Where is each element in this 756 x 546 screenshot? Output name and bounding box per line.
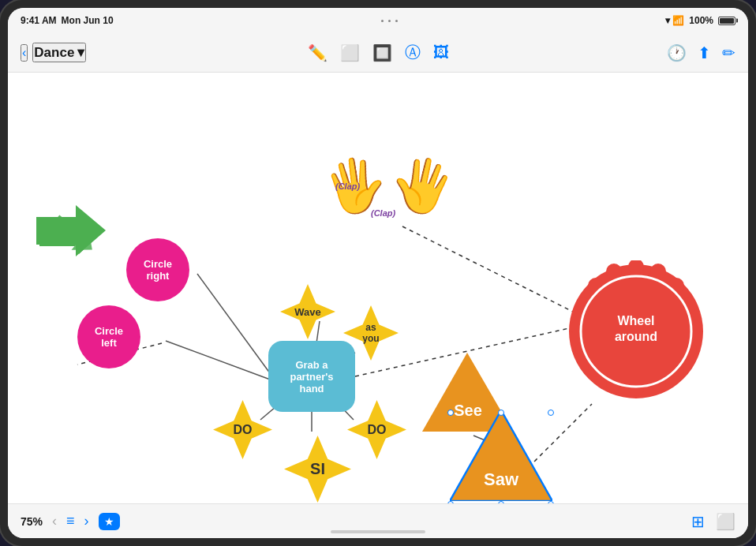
si-label: SI (310, 460, 325, 478)
do-right-label: DO (368, 423, 387, 437)
time-display: 9:41 AM (21, 15, 57, 26)
wave-shape[interactable]: Wave (280, 284, 335, 339)
do-left-shape[interactable]: DO (213, 400, 272, 459)
do-left-label: DO (234, 423, 253, 437)
document-title: Dance (34, 45, 74, 61)
pencil-tool-icon[interactable]: ✏️ (308, 43, 327, 62)
dropdown-icon: ▾ (77, 44, 84, 61)
do-right-shape[interactable]: DO (347, 400, 406, 459)
back-icon: ‹ (22, 46, 26, 60)
battery-display: 100% (689, 15, 713, 26)
as-you-label: asyou (362, 322, 379, 344)
bottom-right-controls: ⊞ ⬜ (691, 512, 735, 531)
status-bar: 9:41 AM Mon Jun 10 ▾ 📶 100% (8, 8, 748, 33)
nav-prev-button[interactable]: ‹ (49, 510, 60, 533)
toolbar-right: 🕐 ⬆ ✏ (560, 43, 736, 62)
status-right: ▾ 📶 100% (665, 15, 735, 26)
center-hub-shape[interactable]: Grab apartner'shand (268, 341, 355, 412)
wave-label: Wave (294, 306, 320, 318)
history-icon[interactable]: 🕐 (667, 43, 687, 62)
clap-label-1: (Clap) (335, 181, 360, 191)
document-title-button[interactable]: Dance ▾ (32, 43, 86, 62)
selection-handle-bl[interactable] (447, 501, 454, 503)
status-left: 9:41 AM Mon Jun 10 (21, 15, 114, 26)
svg-text:Wheel: Wheel (617, 314, 654, 327)
date-display: Mon Jun 10 (62, 15, 114, 26)
svg-marker-15 (36, 205, 106, 256)
center-hub-label: Grab apartner'shand (290, 359, 333, 395)
home-indicator (331, 530, 425, 533)
circle-left-label: Circleleft (95, 325, 123, 349)
svg-text:around: around (615, 330, 657, 343)
back-button[interactable]: ‹ (21, 44, 28, 62)
bottom-left-controls: 75% ‹ ≡ › ★ (21, 510, 120, 533)
svg-line-9 (402, 226, 576, 313)
ipad-frame: 9:41 AM Mon Jun 10 ▾ 📶 100% ‹ Dance ▾ (0, 0, 756, 546)
circle-right-label: Circleright (144, 258, 172, 282)
toolbar-left: ‹ Dance ▾ (21, 43, 196, 62)
si-shape[interactable]: SI (284, 436, 351, 503)
wifi-icon: ▾ 📶 (665, 15, 684, 26)
edit-icon[interactable]: ✏ (722, 43, 735, 62)
shapes-tool-icon[interactable]: 🔲 (372, 43, 392, 62)
battery-icon (718, 17, 735, 25)
zoom-level: 75% (21, 515, 43, 528)
text-tool-icon[interactable]: Ⓐ (405, 42, 421, 63)
arrange-icon[interactable]: ⊞ (691, 512, 705, 531)
status-center (381, 20, 398, 22)
hand-right-icon: 🖐 (384, 148, 462, 223)
image-tool-icon[interactable]: 🖼 (433, 43, 449, 62)
favorite-button[interactable]: ★ (99, 513, 120, 530)
list-view-button[interactable]: ≡ (66, 513, 75, 529)
nav-next-button[interactable]: › (81, 510, 92, 533)
clap-label-2: (Clap) (371, 208, 395, 218)
share-icon[interactable]: ⬆ (698, 43, 711, 62)
svg-line-5 (197, 274, 272, 376)
toolbar: ‹ Dance ▾ ✏️ ⬜ 🔲 Ⓐ 🖼 🕐 ⬆ ✏ (8, 33, 748, 73)
svg-text:Saw: Saw (484, 469, 519, 489)
selection-handle-br[interactable] (548, 501, 554, 503)
ipad-screen: 9:41 AM Mon Jun 10 ▾ 📶 100% ‹ Dance ▾ (8, 8, 748, 538)
svg-point-32 (606, 264, 622, 279)
fullscreen-icon[interactable]: ⬜ (716, 512, 735, 531)
canvas[interactable]: Circleright Circleleft Grab apartner'sha… (8, 73, 748, 503)
svg-point-18 (650, 264, 666, 279)
wheel-around-svg[interactable]: Wheel around (565, 260, 707, 402)
toolbar-center: ✏️ ⬜ 🔲 Ⓐ 🖼 (203, 42, 554, 63)
selection-handle-tl[interactable] (447, 410, 454, 416)
svg-line-6 (166, 341, 272, 380)
circle-right-shape[interactable]: Circleright (126, 238, 189, 301)
bottom-bar: 75% ‹ ≡ › ★ ⊞ ⬜ (8, 503, 748, 538)
select-tool-icon[interactable]: ⬜ (340, 43, 360, 62)
selection-handle-tm[interactable] (498, 410, 504, 416)
selection-handle-tr[interactable] (548, 410, 554, 416)
circle-left-shape[interactable]: Circleleft (77, 305, 140, 368)
green-arrow-shape (36, 205, 107, 256)
selection-handle-bm[interactable] (498, 501, 504, 503)
saw-triangle[interactable]: Saw (450, 410, 552, 501)
